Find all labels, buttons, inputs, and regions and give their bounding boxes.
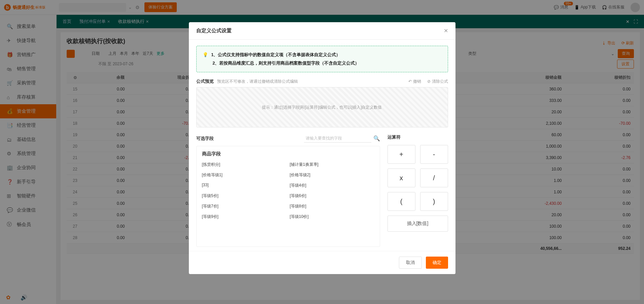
- cancel-button[interactable]: 取消: [399, 257, 422, 269]
- field-item[interactable]: [等级7价]: [202, 203, 286, 209]
- fields-label: 可选字段: [196, 136, 214, 142]
- undo-button[interactable]: ↶ 撤销: [408, 79, 421, 84]
- operator-button[interactable]: x: [387, 168, 415, 187]
- field-item[interactable]: [拣货积分]: [202, 162, 286, 167]
- operator-button[interactable]: +: [387, 145, 415, 164]
- field-item[interactable]: [等级9价]: [202, 214, 286, 220]
- ok-button[interactable]: 确定: [426, 257, 448, 269]
- preview-hint: 预览区不可修改，请通过撤销或清除公式编辑: [217, 79, 298, 84]
- modal-title: 自定义公式设置: [196, 28, 232, 34]
- field-search-input[interactable]: [304, 134, 371, 143]
- close-icon[interactable]: ✕: [444, 28, 448, 34]
- field-item[interactable]: [等级4价]: [290, 183, 374, 188]
- preview-placeholder: 提示：通过[选择字段]和[运算符]编辑公式，也可以[插入]自定义数值: [262, 105, 382, 110]
- formula-modal: 自定义公式设置 ✕ 💡 1、公式仅支持指标中的数值自定义项（不含单据表体自定义公…: [189, 22, 455, 274]
- field-group: 商品字段: [202, 151, 374, 157]
- field-item[interactable]: [等级5价]: [202, 193, 286, 199]
- field-item[interactable]: [33]: [202, 183, 286, 188]
- operator-button[interactable]: /: [420, 168, 448, 187]
- operator-button[interactable]: -: [420, 145, 448, 164]
- tip-1: 1、公式仅支持指标中的数值自定义项（不含单据表体自定义公式）: [211, 52, 340, 57]
- tip-box: 💡 1、公式仅支持指标中的数值自定义项（不含单据表体自定义公式） 2、若按商品维…: [196, 46, 448, 72]
- bulb-icon: 💡: [203, 52, 208, 57]
- field-list[interactable]: 商品字段 [拣货积分][辅计量1换算率][价格等级1][价格等级2][33][等…: [196, 146, 380, 247]
- field-item[interactable]: [价格等级1]: [202, 172, 286, 178]
- formula-preview: 提示：通过[选择字段]和[运算符]编辑公式，也可以[插入]自定义数值: [196, 87, 448, 127]
- field-item[interactable]: [等级8价]: [290, 203, 374, 209]
- field-item[interactable]: [等级6价]: [290, 193, 374, 199]
- operators-label: 运算符: [387, 134, 448, 140]
- preview-label: 公式预览: [196, 78, 214, 84]
- operator-button[interactable]: ): [420, 192, 448, 211]
- field-item[interactable]: [等级10价]: [290, 214, 374, 220]
- operator-button[interactable]: (: [387, 192, 415, 211]
- search-icon[interactable]: 🔍: [373, 135, 380, 142]
- field-item[interactable]: [价格等级2]: [290, 172, 374, 178]
- tip-2: 2、若按商品维度汇总，则支持引用商品档案数值型字段（不含自定义公式）: [212, 61, 359, 66]
- insert-value-button[interactable]: 插入[数值]: [387, 216, 448, 232]
- clear-button[interactable]: ⊘ 清除公式: [427, 79, 448, 84]
- field-item[interactable]: [辅计量1换算率]: [290, 162, 374, 167]
